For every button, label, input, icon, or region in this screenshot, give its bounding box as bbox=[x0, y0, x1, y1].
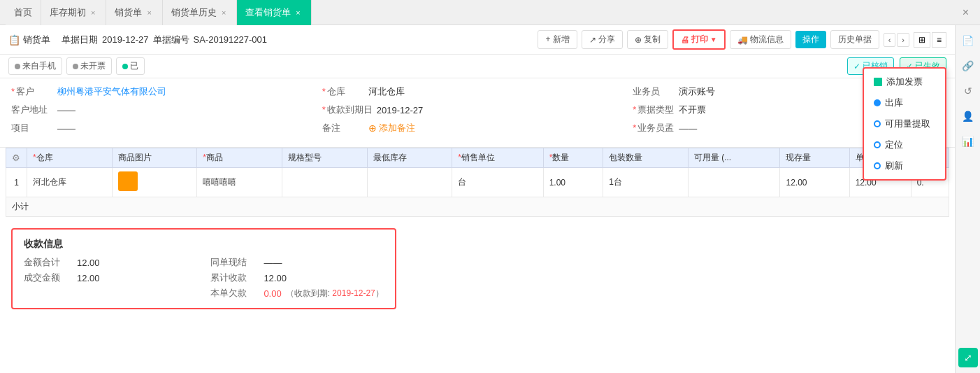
warehouse-label: 仓库 bbox=[322, 85, 364, 98]
sidebar-user-icon[interactable]: 👤 bbox=[958, 106, 978, 126]
table-header-row: ⚙ *仓库 商品图片 *商品 规格型号 最低库存 *销售单位 *数量 包装数量 … bbox=[6, 148, 949, 168]
row-warehouse: 河北仓库 bbox=[27, 168, 113, 197]
row-available bbox=[688, 168, 780, 197]
form-row-3: 项目 —— 备注 ⊕ 添加备注 业务员孟 —— bbox=[11, 122, 944, 134]
tab-sales[interactable]: 销货单 × bbox=[106, 0, 162, 25]
menu-item-refresh[interactable]: 刷新 bbox=[864, 155, 945, 176]
prev-doc-button[interactable]: ‹ bbox=[884, 33, 896, 47]
total-label: 金额合计 bbox=[24, 256, 73, 269]
summary-row-deal: 成交金额 12.00 bbox=[24, 272, 196, 284]
second-toolbar: 来自手机 未开票 已 ✓ 已核销 ✓ 已生效 bbox=[0, 55, 955, 78]
from-phone-button[interactable]: 来自手机 bbox=[8, 57, 62, 75]
tab-inventory-close[interactable]: × bbox=[89, 8, 97, 17]
history-button[interactable]: 历史单据 bbox=[830, 30, 879, 49]
row-image bbox=[112, 168, 197, 197]
summary-title: 收款信息 bbox=[24, 238, 384, 251]
verified-check-icon: ✓ bbox=[853, 62, 860, 71]
available-label: 可用量提取 bbox=[885, 118, 930, 130]
menu-item-add-invoice[interactable]: 添加发票 bbox=[864, 71, 945, 92]
locate-label: 定位 bbox=[885, 139, 903, 151]
doc-title-text: 销货单 bbox=[23, 34, 50, 46]
table-area: ⚙ *仓库 商品图片 *商品 规格型号 最低库存 *销售单位 *数量 包装数量 … bbox=[0, 148, 955, 217]
address-label: 客户地址 bbox=[11, 104, 53, 116]
customer-value[interactable]: 柳州粤港平安气体有限公司 bbox=[57, 85, 166, 98]
menu-item-locate[interactable]: 定位 bbox=[864, 134, 945, 155]
sales-staff-value: —— bbox=[679, 123, 697, 134]
sidebar-refresh-icon[interactable]: ↺ bbox=[958, 81, 978, 101]
confirm-dot-icon bbox=[122, 64, 128, 69]
warehouse-field: 仓库 河北仓库 bbox=[322, 85, 633, 98]
menu-item-outbound[interactable]: 出库 bbox=[864, 92, 945, 113]
col-warehouse: *仓库 bbox=[27, 148, 113, 168]
col-min-stock: 最低库存 bbox=[367, 148, 452, 168]
tab-home[interactable]: 首页 bbox=[6, 0, 41, 25]
next-doc-button[interactable]: › bbox=[897, 33, 909, 47]
add-invoice-icon bbox=[874, 78, 882, 86]
outbound-label: 出库 bbox=[885, 97, 903, 109]
logistics-button[interactable]: 🚚 物流信息 bbox=[730, 30, 791, 49]
share-button[interactable]: ↗ 分享 bbox=[582, 30, 623, 49]
tab-sales-history[interactable]: 销货单历史 × bbox=[163, 0, 237, 25]
note-label: 备注 bbox=[322, 122, 364, 134]
not-open-ticket-button[interactable]: 未开票 bbox=[66, 57, 112, 75]
col-available: 可用量 (... bbox=[688, 148, 780, 168]
row-pack-qty: 1台 bbox=[603, 168, 689, 197]
outbound-icon bbox=[874, 99, 881, 106]
confirm-button[interactable]: 已 bbox=[116, 57, 145, 75]
refresh-icon bbox=[874, 162, 881, 169]
operate-button[interactable]: 操作 bbox=[795, 31, 826, 48]
ticket-label: 票据类型 bbox=[633, 104, 675, 116]
settle-label: 同单现结 bbox=[210, 256, 259, 269]
logistics-icon: 🚚 bbox=[737, 35, 748, 45]
doc-icon: 📋 bbox=[8, 34, 20, 45]
tab-sales-history-label: 销货单历史 bbox=[171, 6, 217, 19]
locate-icon bbox=[874, 141, 881, 148]
copy-button[interactable]: ⊕ 复制 bbox=[627, 30, 668, 49]
customer-label: 客户 bbox=[11, 85, 53, 98]
menu-item-available[interactable]: 可用量提取 bbox=[864, 113, 945, 134]
print-button[interactable]: 🖨 打印 ▼ bbox=[672, 29, 726, 50]
grid-view-button[interactable]: ⊞ bbox=[914, 32, 930, 48]
tab-sales-close[interactable]: × bbox=[145, 8, 153, 17]
due-date-value: 2019-12-27 bbox=[377, 105, 424, 115]
summary-row-total: 金额合计 12.00 bbox=[24, 256, 196, 269]
total-value: 12.00 bbox=[77, 258, 100, 268]
tab-view-sales-close[interactable]: × bbox=[294, 8, 302, 17]
tab-view-sales[interactable]: 查看销货单 × bbox=[237, 0, 311, 25]
sidebar-chart-icon[interactable]: 📊 bbox=[958, 132, 978, 151]
row-spec bbox=[282, 168, 367, 197]
gear-icon[interactable]: ⚙ bbox=[12, 153, 20, 163]
phone-dot-icon bbox=[15, 64, 20, 69]
row-no: 1 bbox=[6, 168, 27, 197]
sidebar-doc-icon[interactable]: 📄 bbox=[958, 31, 978, 50]
list-view-button[interactable]: ≡ bbox=[932, 32, 946, 48]
window-close-button[interactable]: × bbox=[957, 6, 974, 19]
doc-info: 📋 销货单 单据日期 2019-12-27 单据编号 SA-20191227-0… bbox=[8, 34, 267, 46]
row-unit: 台 bbox=[452, 168, 543, 197]
warehouse-value: 河北仓库 bbox=[368, 85, 405, 98]
add-note-button[interactable]: ⊕ 添加备注 bbox=[368, 122, 415, 134]
logistics-label: 物流信息 bbox=[750, 34, 784, 45]
sidebar-expand-icon[interactable]: ⤢ bbox=[958, 348, 978, 367]
tab-inventory[interactable]: 库存期初 × bbox=[41, 0, 106, 25]
doc-meta: 单据日期 2019-12-27 单据编号 SA-20191227-001 bbox=[62, 34, 267, 46]
summary-box: 收款信息 金额合计 12.00 同单现结 —— 成交金额 12.00 bbox=[11, 228, 396, 309]
share-label: 分享 bbox=[598, 34, 615, 45]
operate-dropdown-menu: 添加发票 出库 可用量提取 定位 刷新 bbox=[863, 67, 946, 181]
project-field: 项目 —— bbox=[11, 122, 322, 134]
available-icon bbox=[874, 120, 881, 127]
ticket-dot-icon bbox=[73, 64, 78, 69]
received-value: 12.00 bbox=[264, 273, 287, 283]
from-phone-label: 来自手机 bbox=[22, 60, 56, 72]
settle-value: —— bbox=[264, 258, 282, 268]
new-button[interactable]: + 新增 bbox=[538, 30, 577, 49]
products-table: ⚙ *仓库 商品图片 *商品 规格型号 最低库存 *销售单位 *数量 包装数量 … bbox=[6, 148, 949, 217]
col-pack-qty: 包装数量 bbox=[603, 148, 689, 168]
sidebar-link-icon[interactable]: 🔗 bbox=[958, 56, 978, 76]
number-label: 单据编号 bbox=[153, 34, 189, 46]
subtotal-row: 小计 bbox=[6, 197, 949, 217]
col-image: 商品图片 bbox=[112, 148, 197, 168]
print-label: 打印 bbox=[691, 34, 708, 45]
address-field: 客户地址 —— bbox=[11, 104, 322, 116]
tab-sales-history-close[interactable]: × bbox=[219, 8, 228, 17]
